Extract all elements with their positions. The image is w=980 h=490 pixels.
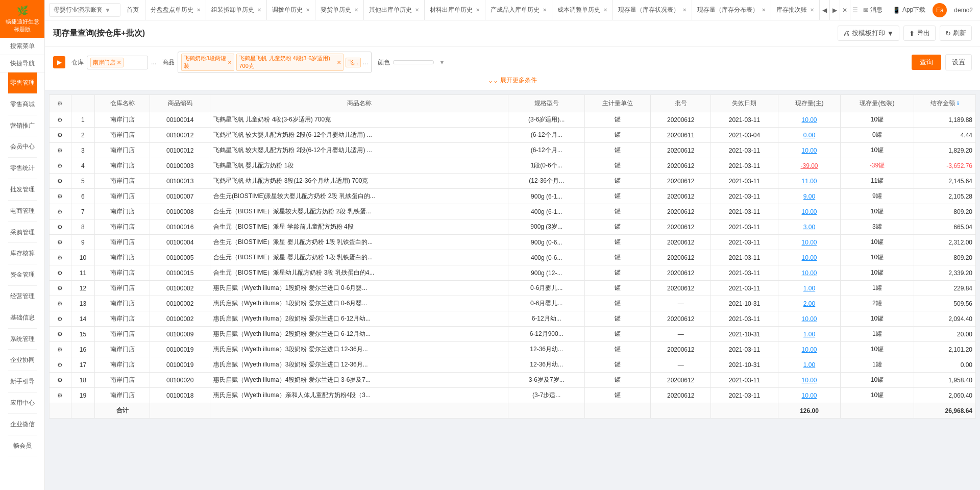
sidebar-item-9[interactable]: 资金管理 xyxy=(8,264,37,286)
gear-cell[interactable]: ⚙ xyxy=(50,143,71,158)
col-code[interactable]: 商品编码 xyxy=(150,95,210,112)
sidebar-item-11[interactable]: 基础信息 xyxy=(8,307,37,329)
sidebar-item-14[interactable]: 新手引导 xyxy=(8,371,37,393)
stock-main-cell[interactable]: 1.00 xyxy=(778,281,840,296)
sidebar-item-2[interactable]: 营销推广 xyxy=(8,115,37,137)
app-download-btn[interactable]: 📱 App下载 xyxy=(890,4,928,16)
tab-close-2[interactable]: ✕ xyxy=(306,7,310,13)
stock-main-cell[interactable]: 2.00 xyxy=(778,296,840,311)
warehouse-tag-close[interactable]: ✕ xyxy=(117,60,121,65)
sidebar-item-4[interactable]: 零售统计 xyxy=(8,158,37,179)
tab-home[interactable]: 首页 xyxy=(120,0,145,20)
gear-cell[interactable]: ⚙ xyxy=(50,204,71,219)
color-tag-group[interactable] xyxy=(393,60,434,64)
balance-info-icon[interactable]: ℹ xyxy=(957,101,959,106)
tab-close-10[interactable]: ✕ xyxy=(810,7,814,13)
tab-2[interactable]: 调拨单历史✕ xyxy=(267,0,315,20)
filter-toggle-btn[interactable]: ▶ xyxy=(53,56,65,68)
gear-cell[interactable]: ⚙ xyxy=(50,296,71,311)
gear-cell[interactable]: ⚙ xyxy=(50,265,71,281)
sidebar-item-17[interactable]: 畅会员 xyxy=(8,435,37,457)
expand-more-btn[interactable]: ⌄⌄ 展开更多条件 xyxy=(53,76,972,85)
sidebar-item-8[interactable]: 库存核算 xyxy=(8,243,37,264)
gear-cell[interactable]: ⚙ xyxy=(50,189,71,204)
gear-cell[interactable]: ⚙ xyxy=(50,327,71,342)
tab-close-7[interactable]: ✕ xyxy=(603,7,607,13)
store-selector[interactable]: 母婴行业演示账套 ▼ xyxy=(49,3,120,17)
tab-5[interactable]: 材料出库单历史✕ xyxy=(425,0,485,20)
stock-main-cell[interactable]: 1.00 xyxy=(778,327,840,342)
tab-close-6[interactable]: ✕ xyxy=(543,7,547,13)
sidebar-item-1[interactable]: 零售商城 xyxy=(8,94,37,115)
stock-main-cell[interactable]: 0.00 xyxy=(778,128,840,143)
col-gear[interactable]: ⚙ xyxy=(50,95,71,112)
gear-cell[interactable]: ⚙ xyxy=(50,128,71,143)
tab-3[interactable]: 要货单历史✕ xyxy=(315,0,364,20)
refresh-btn[interactable]: ↻ 刷新 xyxy=(940,26,972,41)
col-unit[interactable]: 主计量单位 xyxy=(584,95,650,112)
col-balance[interactable]: 结存金额 ℹ xyxy=(914,95,975,112)
gear-cell[interactable]: ⚙ xyxy=(50,388,71,403)
settings-btn[interactable]: 设置 xyxy=(945,54,972,70)
stock-main-cell[interactable]: 10.00 xyxy=(778,373,840,388)
gear-cell[interactable]: ⚙ xyxy=(50,112,71,128)
gear-cell[interactable]: ⚙ xyxy=(50,281,71,296)
tab-close-0[interactable]: ✕ xyxy=(197,7,201,13)
stock-main-cell[interactable]: 10.00 xyxy=(778,250,840,265)
col-stock-main[interactable]: 现存量(主) xyxy=(778,95,840,112)
tab-close-4[interactable]: ✕ xyxy=(415,7,419,13)
col-spec[interactable]: 规格型号 xyxy=(508,95,585,112)
stock-main-cell[interactable]: 10.00 xyxy=(778,204,840,219)
col-expiry[interactable]: 失效日期 xyxy=(711,95,778,112)
col-warehouse[interactable]: 仓库名称 xyxy=(95,95,150,112)
tab-close-1[interactable]: ✕ xyxy=(257,7,261,13)
sidebar-item-5[interactable]: 批发管理 xyxy=(8,179,37,201)
gear-cell[interactable]: ⚙ xyxy=(50,357,71,373)
stock-main-cell[interactable]: 10.00 xyxy=(778,112,840,128)
tab-1[interactable]: 组装拆卸单历史✕ xyxy=(206,0,267,20)
sidebar-item-6[interactable]: 电商管理 xyxy=(8,201,37,222)
query-btn[interactable]: 查询 xyxy=(912,55,941,70)
product-tag-group[interactable]: 飞鹤奶粉3段两罐装 ✕ 飞鹤星飞帆 儿童奶粉 4段(3-6岁适用) 700克 ✕… xyxy=(178,52,372,73)
gear-cell[interactable]: ⚙ xyxy=(50,219,71,235)
product-tag-1[interactable]: 飞鹤奶粉3段两罐装 ✕ xyxy=(181,54,234,71)
gear-cell[interactable]: ⚙ xyxy=(50,158,71,174)
stock-main-cell[interactable]: 1.00 xyxy=(778,357,840,373)
tab-8[interactable]: 现存量（库存状况表）✕ xyxy=(613,0,692,20)
product-tag-3[interactable]: 飞... xyxy=(346,58,361,67)
gear-cell[interactable]: ⚙ xyxy=(50,311,71,327)
gear-cell[interactable]: ⚙ xyxy=(50,250,71,265)
sidebar-item-16[interactable]: 企业微信 xyxy=(8,414,37,435)
stock-main-cell[interactable]: 10.00 xyxy=(778,311,840,327)
col-name[interactable]: 商品名称 xyxy=(210,95,508,112)
user-avatar[interactable]: Ea xyxy=(933,3,947,17)
tab-9[interactable]: 现存量（库存分布表）✕ xyxy=(692,0,771,20)
tab-7[interactable]: 成本调整单历史✕ xyxy=(552,0,613,20)
sidebar-quick-nav[interactable]: 快捷导航 xyxy=(0,55,44,72)
stock-main-cell[interactable]: -39.00 xyxy=(778,158,840,174)
sidebar-logo[interactable]: 🌿 畅捷通好生意 标题版 xyxy=(0,0,44,38)
gear-cell[interactable]: ⚙ xyxy=(50,235,71,250)
tab-4[interactable]: 其他出库单历史✕ xyxy=(364,0,425,20)
sidebar-item-13[interactable]: 企业协同 xyxy=(8,350,37,371)
tab-close-3[interactable]: ✕ xyxy=(354,7,358,13)
tab-close-5[interactable]: ✕ xyxy=(476,7,480,13)
stock-main-cell[interactable]: 10.00 xyxy=(778,265,840,281)
tab-close-9[interactable]: ✕ xyxy=(762,7,766,13)
stock-main-cell[interactable]: 10.00 xyxy=(778,235,840,250)
product-tag-2-close[interactable]: ✕ xyxy=(337,60,341,65)
tabs-menu-btn[interactable]: ☰ xyxy=(850,0,860,20)
tabs-prev-btn[interactable]: ◀ xyxy=(819,0,829,20)
export-btn[interactable]: ⬆ 导出 xyxy=(903,26,936,41)
tabs-close-btn[interactable]: ✕ xyxy=(840,0,850,20)
sidebar-search-item[interactable]: 搜索菜单 xyxy=(0,38,44,55)
tab-0[interactable]: 分盘盘点单历史✕ xyxy=(145,0,206,20)
stock-main-cell[interactable]: 11.00 xyxy=(778,174,840,189)
gear-cell[interactable]: ⚙ xyxy=(50,342,71,357)
warehouse-tag-group[interactable]: 南岸门店 ✕ xyxy=(87,56,148,69)
sidebar-item-7[interactable]: 采购管理 xyxy=(8,222,37,243)
sidebar-item-3[interactable]: 会员中心 xyxy=(8,136,37,158)
sidebar-item-0[interactable]: 零售管理 xyxy=(8,72,37,94)
gear-cell[interactable]: ⚙ xyxy=(50,174,71,189)
col-stock-pkg[interactable]: 现存量(包装) xyxy=(841,95,914,112)
